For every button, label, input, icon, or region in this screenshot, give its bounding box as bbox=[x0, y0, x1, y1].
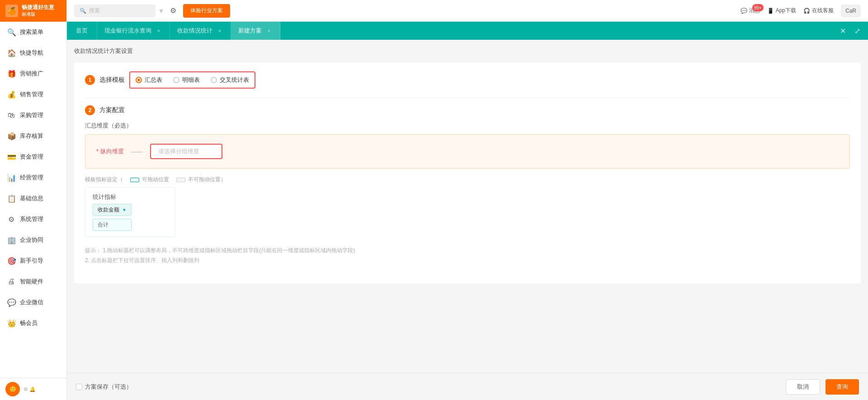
sidebar-item-member[interactable]: 👑 畅会员 bbox=[0, 313, 66, 334]
topbar-gear-icon[interactable]: ⚙ bbox=[167, 5, 179, 17]
notification-badge: 99+ bbox=[752, 4, 764, 11]
quick-nav-icon: 🏠 bbox=[7, 49, 15, 57]
dimension-select[interactable]: 请选择分组维度 bbox=[150, 144, 222, 159]
tab-collection-stat-close[interactable]: × bbox=[216, 27, 223, 34]
metrics-tag-amount[interactable]: 收款金额 ▼ bbox=[93, 204, 132, 216]
topbar: 🔍 搜索 ▾ ⚙ 体验行业方案 💬 消息 99+ 📱 App下载 🎧 在线客服 … bbox=[67, 0, 868, 22]
tab-bank-flow-label: 现金银行流水查询 bbox=[104, 27, 151, 35]
metrics-items: 收款金额 ▼ 合计 bbox=[93, 204, 132, 231]
sidebar-item-label: 企业协同 bbox=[20, 236, 43, 244]
sidebar-item-marketing[interactable]: 🎁 营销推广 bbox=[0, 63, 66, 84]
sidebar-item-smart-hw[interactable]: 🖨 智能硬件 bbox=[0, 271, 66, 292]
save-checkbox-row[interactable]: 方案保存（可选） bbox=[76, 383, 132, 391]
member-icon: 👑 bbox=[7, 319, 15, 328]
industry-plan-button[interactable]: 体验行业方案 bbox=[183, 4, 230, 18]
dimension-title: 汇总维度（必选） bbox=[85, 122, 850, 130]
sidebar-item-inventory[interactable]: 📦 库存核算 bbox=[0, 126, 66, 146]
stats-group-label: 统计指标 bbox=[93, 193, 168, 201]
close-window-button[interactable]: ✕ bbox=[837, 25, 848, 36]
radio-cross[interactable]: 交叉统计表 bbox=[211, 76, 249, 84]
page-title: 收款情况统计方案设置 bbox=[74, 47, 861, 55]
dimension-arrow: —— bbox=[131, 148, 143, 155]
metrics-table: 统计指标 收款金额 ▼ 合计 bbox=[85, 187, 175, 237]
app-download-item[interactable]: 📱 App下载 bbox=[767, 7, 796, 14]
search-menu-icon: 🔍 bbox=[7, 28, 15, 37]
divider1 bbox=[85, 98, 850, 98]
sales-icon: 💰 bbox=[7, 90, 15, 99]
sidebar-item-label: 销售管理 bbox=[20, 90, 43, 99]
sidebar-item-corp-wechat[interactable]: 💬 企业微信 bbox=[0, 292, 66, 313]
bottom-bar: 方案保存（可选） 取消 查询 bbox=[67, 373, 868, 400]
online-support-item[interactable]: 🎧 在线客服 bbox=[803, 7, 834, 14]
sidebar-bottom: 🙂 ⚙ 🔔 bbox=[0, 378, 66, 400]
basic-info-icon: 📋 bbox=[7, 194, 15, 203]
sidebar-item-finance[interactable]: 💳 资金管理 bbox=[0, 146, 66, 167]
sidebar-item-label: 库存核算 bbox=[20, 132, 43, 140]
user-display[interactable]: CaR bbox=[841, 5, 861, 17]
step2-title: 方案配置 bbox=[99, 106, 125, 114]
step2-header: 2 方案配置 bbox=[85, 105, 850, 115]
tab-new-plan-close[interactable]: × bbox=[265, 27, 273, 34]
sidebar-logo: 🍊 畅捷通好生意 标准版 bbox=[0, 0, 66, 22]
topbar-dropdown-icon[interactable]: ▾ bbox=[159, 6, 163, 16]
cancel-button[interactable]: 取消 bbox=[786, 379, 820, 395]
topbar-right: 💬 消息 99+ 📱 App下载 🎧 在线客服 CaR bbox=[741, 5, 861, 17]
draggable-label: 可拖动位置 bbox=[142, 176, 169, 184]
step1-title: 选择模板 bbox=[99, 76, 125, 84]
sidebar-item-label: 企业微信 bbox=[20, 298, 43, 306]
sidebar-item-label: 快捷导航 bbox=[20, 49, 43, 57]
topbar-search-placeholder: 搜索 bbox=[89, 7, 100, 14]
tabbar: 首页 现金银行流水查询 × 收款情况统计 × 新建方案 × ✕ ⤢ bbox=[67, 22, 868, 40]
sidebar-item-quick-nav[interactable]: 🏠 快捷导航 bbox=[0, 42, 66, 63]
vertical-dimension-label: * 纵向维度 bbox=[96, 147, 124, 155]
expand-window-button[interactable]: ⤢ bbox=[852, 25, 863, 36]
metrics-dropdown-icon[interactable]: ▼ bbox=[122, 207, 127, 212]
corp-wechat-icon: 💬 bbox=[7, 298, 15, 307]
bottom-actions: 取消 查询 bbox=[786, 379, 859, 395]
sidebar-item-sales[interactable]: 💰 销售管理 bbox=[0, 84, 66, 105]
tab-home[interactable]: 首页 bbox=[67, 22, 97, 40]
topbar-search[interactable]: 🔍 搜索 bbox=[74, 5, 156, 17]
radio-summary-circle bbox=[136, 77, 142, 83]
sidebar-item-search-menu[interactable]: 🔍 搜索菜单 bbox=[0, 22, 66, 42]
purchase-icon: 🛍 bbox=[7, 111, 15, 119]
sidebar-item-corp-collab[interactable]: 🏢 企业协同 bbox=[0, 230, 66, 250]
sidebar-item-new-guide[interactable]: 🎯 新手引导 bbox=[0, 250, 66, 271]
tip-line-1: 提示： 1.拖动标题栏可以调整布局，不可跨维度或指标区域拖动栏目字段(只能在同一… bbox=[85, 246, 850, 256]
save-checkbox[interactable] bbox=[76, 384, 82, 390]
radio-detail[interactable]: 明细表 bbox=[173, 76, 200, 84]
sidebar-item-label: 资金管理 bbox=[20, 153, 43, 161]
sidebar-item-label: 营销推广 bbox=[20, 70, 43, 78]
topbar-search-icon: 🔍 bbox=[80, 8, 86, 14]
metrics-section: 模板指标设定（ 可拖动位置 不可拖动位置） 统计指标 bbox=[85, 176, 850, 237]
query-button[interactable]: 查询 bbox=[826, 379, 859, 395]
metrics-total: 合计 bbox=[93, 219, 132, 231]
tab-bank-flow[interactable]: 现金银行流水查询 × bbox=[97, 22, 170, 40]
sidebar-item-label: 系统管理 bbox=[20, 215, 43, 223]
step2-section: 2 方案配置 汇总维度（必选） * 纵向维度 —— 请选择分组维度 模板指标 bbox=[85, 105, 850, 265]
sidebar-item-basic-info[interactable]: 📋 基础信息 bbox=[0, 188, 66, 209]
smart-hw-icon: 🖨 bbox=[7, 278, 15, 286]
radio-summary[interactable]: 汇总表 bbox=[136, 76, 162, 84]
operations-icon: 📊 bbox=[7, 174, 15, 182]
tab-home-label: 首页 bbox=[76, 27, 88, 35]
sidebar-item-label: 基础信息 bbox=[20, 194, 43, 202]
sidebar-bottom-icons: ⚙ 🔔 bbox=[24, 386, 36, 392]
dimension-row: * 纵向维度 —— 请选择分组维度 bbox=[96, 144, 839, 159]
headset-icon: 🎧 bbox=[803, 8, 810, 14]
sidebar-item-operations[interactable]: 📊 经营管理 bbox=[0, 167, 66, 188]
tip-line-2: 2. 点击标题栏下拉可设置排序、插入列和删除列 bbox=[85, 256, 850, 266]
tabbar-actions: ✕ ⤢ bbox=[832, 22, 868, 40]
step1-section: 1 选择模板 汇总表 明细表 交叉统计表 bbox=[85, 71, 850, 89]
sidebar-item-label: 畅会员 bbox=[20, 319, 38, 327]
finance-icon: 💳 bbox=[7, 153, 15, 161]
radio-cross-label: 交叉统计表 bbox=[220, 76, 249, 84]
notification-item[interactable]: 💬 消息 99+ bbox=[741, 7, 760, 14]
sidebar-item-system[interactable]: ⚙ 系统管理 bbox=[0, 209, 66, 230]
non-draggable-indicator bbox=[176, 178, 185, 182]
tab-bank-flow-close[interactable]: × bbox=[155, 27, 162, 34]
tab-new-plan[interactable]: 新建方案 × bbox=[231, 22, 280, 40]
tab-collection-stat[interactable]: 收款情况统计 × bbox=[170, 22, 231, 40]
new-guide-icon: 🎯 bbox=[7, 257, 15, 265]
sidebar-item-purchase[interactable]: 🛍 采购管理 bbox=[0, 105, 66, 126]
